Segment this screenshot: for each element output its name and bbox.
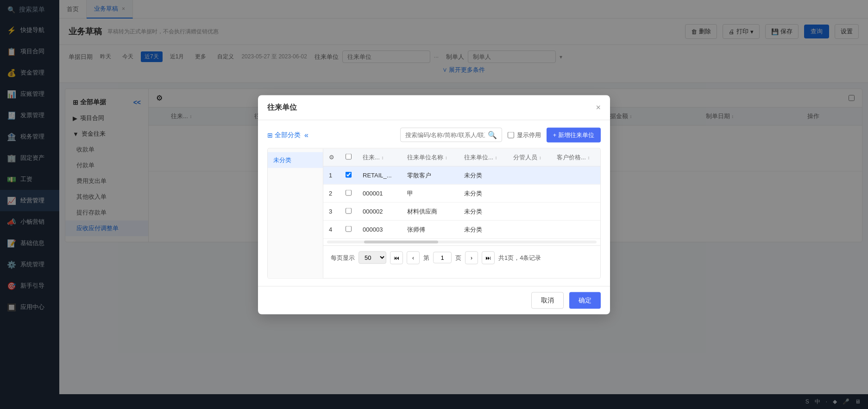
cell-row-checkbox[interactable] bbox=[340, 184, 357, 202]
page-number-input[interactable] bbox=[433, 252, 452, 264]
cell-code: 000001 bbox=[357, 184, 402, 202]
dialog-header: 往来单位 × bbox=[258, 95, 610, 120]
th-code[interactable]: 往来... ↕ bbox=[357, 148, 402, 166]
pagination: 每页显示 50 20 100 ⏮ ‹ 第 页 › ⏭ 共1页，4条记录 bbox=[323, 245, 600, 270]
cancel-button[interactable]: 取消 bbox=[531, 292, 564, 308]
dialog-content: 未分类 ⚙ 往来... ↕ 往来单位名称 ↕ 往来单位... ↕ bbox=[267, 148, 601, 278]
show-disabled-toggle[interactable]: 显示停用 bbox=[508, 131, 541, 139]
table-row[interactable]: 2 000001 甲 未分类 bbox=[323, 184, 600, 202]
cell-category: 未分类 bbox=[459, 184, 508, 202]
category-all-label[interactable]: ⊞ 全部分类 bbox=[267, 131, 301, 139]
dialog-collapse-button[interactable]: « bbox=[304, 131, 308, 139]
grid-icon: ⊞ bbox=[267, 131, 273, 138]
cell-num: 1 bbox=[323, 166, 340, 184]
cell-manager bbox=[508, 220, 551, 239]
cell-num: 4 bbox=[323, 220, 340, 239]
confirm-button[interactable]: 确定 bbox=[569, 292, 601, 308]
dialog-body: ⊞ 全部分类 « 🔍 显示停用 + 新增往来单位 未分 bbox=[258, 120, 610, 286]
page-label: 第 bbox=[423, 253, 429, 262]
th-manager[interactable]: 分管人员 ↕ bbox=[508, 148, 551, 166]
scrollbar-thumb[interactable] bbox=[364, 240, 438, 243]
dialog-close-button[interactable]: × bbox=[596, 102, 601, 112]
dialog-toolbar: ⊞ 全部分类 « 🔍 显示停用 + 新增往来单位 bbox=[267, 127, 601, 142]
category-tree: 未分类 bbox=[268, 148, 323, 278]
table-row[interactable]: 3 000002 材料供应商 未分类 bbox=[323, 202, 600, 220]
row-checkbox[interactable] bbox=[346, 208, 352, 214]
show-disabled-label: 显示停用 bbox=[517, 131, 541, 139]
cell-price bbox=[551, 184, 600, 202]
cell-price bbox=[551, 166, 600, 184]
cell-category: 未分类 bbox=[459, 220, 508, 239]
cat-item-unclassified[interactable]: 未分类 bbox=[268, 152, 323, 168]
th-price[interactable]: 客户价格... ↕ bbox=[551, 148, 600, 166]
row-checkbox[interactable] bbox=[346, 171, 352, 177]
partner-table: ⚙ 往来... ↕ 往来单位名称 ↕ 往来单位... ↕ 分管人员 ↕ 客户价格… bbox=[323, 148, 600, 278]
cell-code: 000003 bbox=[357, 220, 402, 239]
cell-category: 未分类 bbox=[459, 166, 508, 184]
cell-code: 000002 bbox=[357, 202, 402, 220]
dialog-left-nav: ⊞ 全部分类 « bbox=[267, 131, 308, 139]
th-checkbox bbox=[340, 148, 357, 166]
th-name[interactable]: 往来单位名称 ↕ bbox=[402, 148, 459, 166]
cell-name: 材料供应商 bbox=[402, 202, 459, 220]
page-size-select[interactable]: 50 20 100 bbox=[359, 252, 386, 264]
cell-row-checkbox[interactable] bbox=[340, 202, 357, 220]
cell-num: 3 bbox=[323, 202, 340, 220]
th-settings[interactable]: ⚙ bbox=[323, 148, 340, 166]
cell-price bbox=[551, 220, 600, 239]
page-unit: 页 bbox=[455, 253, 461, 262]
next-page-button[interactable]: › bbox=[465, 251, 478, 264]
cell-row-checkbox[interactable] bbox=[340, 166, 357, 184]
table-row[interactable]: 4 000003 张师傅 未分类 bbox=[323, 220, 600, 239]
dialog-title: 往来单位 bbox=[267, 102, 297, 112]
cell-name: 甲 bbox=[402, 184, 459, 202]
cell-category: 未分类 bbox=[459, 202, 508, 220]
dialog-right-toolbar: 🔍 显示停用 + 新增往来单位 bbox=[400, 127, 601, 142]
select-all-dialog-checkbox[interactable] bbox=[346, 153, 352, 159]
cell-manager bbox=[508, 202, 551, 220]
cell-manager bbox=[508, 184, 551, 202]
cell-name: 张师傅 bbox=[402, 220, 459, 239]
cell-row-checkbox[interactable] bbox=[340, 220, 357, 239]
row-checkbox[interactable] bbox=[346, 226, 352, 232]
cell-num: 2 bbox=[323, 184, 340, 202]
cell-manager bbox=[508, 166, 551, 184]
prev-page-button[interactable]: ‹ bbox=[407, 251, 420, 264]
row-checkbox[interactable] bbox=[346, 189, 352, 195]
cell-code: RETAIL_... bbox=[357, 166, 402, 184]
dialog-footer: 取消 确定 bbox=[258, 286, 610, 314]
table-row[interactable]: 1 RETAIL_... 零散客户 未分类 bbox=[323, 166, 600, 184]
cell-name: 零散客户 bbox=[402, 166, 459, 184]
first-page-button[interactable]: ⏮ bbox=[390, 251, 403, 264]
partner-search-input[interactable] bbox=[405, 132, 485, 138]
search-icon: 🔍 bbox=[488, 131, 497, 139]
cell-price bbox=[551, 202, 600, 220]
partner-dialog: 往来单位 × ⊞ 全部分类 « 🔍 显示停用 + 新 bbox=[258, 95, 610, 314]
th-category[interactable]: 往来单位... ↕ bbox=[459, 148, 508, 166]
show-disabled-checkbox[interactable] bbox=[508, 132, 514, 138]
total-info: 共1页，4条记录 bbox=[498, 253, 541, 262]
per-page-label: 每页显示 bbox=[331, 253, 355, 262]
search-box: 🔍 bbox=[400, 128, 502, 142]
horizontal-scrollbar[interactable] bbox=[327, 240, 597, 243]
add-partner-button[interactable]: + 新增往来单位 bbox=[547, 127, 601, 142]
last-page-button[interactable]: ⏭ bbox=[482, 251, 495, 264]
